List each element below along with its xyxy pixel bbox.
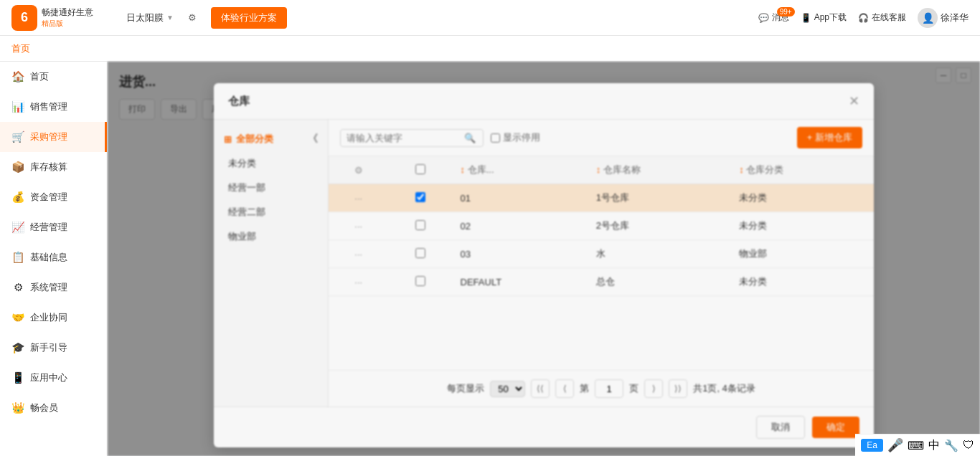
- mic-icon[interactable]: 🎤: [887, 437, 903, 453]
- show-disabled-checkbox[interactable]: [491, 133, 500, 143]
- modal-body: ⊞ 全部分类 《 未分类 经营一部 经营二部 物业部: [214, 120, 874, 407]
- table-row[interactable]: ··· 02 2号仓库 未分类: [329, 212, 874, 240]
- sales-icon: 📊: [11, 100, 24, 113]
- sort-icon-cat: ↕: [739, 164, 744, 175]
- sort-icon-code: ↕: [461, 164, 466, 175]
- row-code-0: 01: [452, 184, 588, 212]
- category-item-dept2[interactable]: 经营二部: [214, 200, 328, 224]
- row-gear-0: ···: [329, 184, 388, 212]
- ea-label: Ea: [861, 439, 883, 452]
- prev-page-button[interactable]: ⟨: [555, 379, 574, 398]
- row-cb-1: [388, 212, 451, 240]
- col-gear: ⚙: [329, 156, 388, 184]
- logo-text: 畅捷通好生意 精品版: [42, 7, 93, 28]
- sidebar-item-inventory[interactable]: 📦 库存核算: [0, 152, 107, 182]
- app-download-btn[interactable]: 📱 App下载: [801, 11, 847, 24]
- cancel-button[interactable]: 取消: [756, 416, 805, 439]
- row-name-1: 2号仓库: [588, 212, 731, 240]
- sub-header: 首页: [0, 36, 980, 62]
- finance-icon: 💰: [11, 191, 24, 204]
- per-page-select[interactable]: 50: [490, 381, 525, 397]
- shield-icon[interactable]: 🛡: [963, 439, 974, 452]
- sidebar-item-system[interactable]: ⚙ 系统管理: [0, 272, 107, 303]
- next-page-button[interactable]: ⟩: [644, 379, 663, 398]
- sidebar: 🏠 首页 📊 销售管理 🛒 采购管理 📦 库存核算 💰 资金管理 📈 经营管理 …: [0, 62, 108, 456]
- translate-icon[interactable]: 中: [928, 438, 940, 453]
- apps-icon: 📱: [11, 371, 24, 384]
- sidebar-item-home[interactable]: 🏠 首页: [0, 62, 107, 92]
- row-name-2: 水: [588, 240, 731, 268]
- table-row[interactable]: ··· 01 1号仓库 未分类: [329, 184, 874, 212]
- category-sidebar: ⊞ 全部分类 《 未分类 经营一部 经营二部 物业部: [214, 120, 329, 407]
- show-disabled-label[interactable]: 显示停用: [491, 131, 540, 144]
- pagination: 每页显示 50 ⟨⟨ ⟨ 第 页 ⟩ ⟩⟩ 共1页, 4条记录: [329, 370, 874, 407]
- sidebar-item-apps[interactable]: 📱 应用中心: [0, 363, 107, 393]
- table-row[interactable]: ··· 03 水 物业部: [329, 240, 874, 268]
- message-btn[interactable]: 💬 消息 99+: [758, 11, 789, 24]
- category-item-unclassified[interactable]: 未分类: [214, 151, 328, 176]
- sidebar-item-sales[interactable]: 📊 销售管理: [0, 92, 107, 122]
- row-checkbox-2[interactable]: [415, 248, 425, 258]
- row-category-0: 未分类: [730, 184, 874, 212]
- category-item-property[interactable]: 物业部: [214, 224, 328, 249]
- sidebar-item-operations[interactable]: 📈 经营管理: [0, 212, 107, 242]
- first-page-button[interactable]: ⟨⟨: [531, 379, 550, 398]
- settings-icon[interactable]: ⚙: [182, 8, 202, 28]
- taskbar: Ea 🎤 ⌨ 中 🔧 🛡: [855, 434, 980, 456]
- search-input[interactable]: [347, 133, 461, 143]
- select-all-checkbox[interactable]: [415, 164, 425, 174]
- dropdown-arrow-icon: ▼: [166, 14, 174, 22]
- table-container: ⚙ ↕ 仓库... ↕ 仓库名称: [329, 156, 874, 370]
- basic-info-icon: 📋: [11, 251, 24, 264]
- category-item-dept1[interactable]: 经营一部: [214, 176, 328, 200]
- modal-title: 仓库: [228, 95, 250, 108]
- logo-area: 6 畅捷通好生意 精品版: [11, 5, 119, 31]
- row-cb-0: [388, 184, 451, 212]
- last-page-button[interactable]: ⟩⟩: [669, 379, 687, 398]
- sidebar-item-basic-info[interactable]: 📋 基础信息: [0, 242, 107, 272]
- online-service-btn[interactable]: 🎧 在线客服: [858, 11, 906, 24]
- row-category-1: 未分类: [730, 212, 874, 240]
- row-name-3: 总仓: [588, 268, 731, 296]
- row-code-3: DEFAULT: [452, 268, 588, 296]
- header-right: 💬 消息 99+ 📱 App下载 🎧 在线客服 👤 徐泽华: [758, 8, 969, 28]
- row-checkbox-3[interactable]: [415, 276, 425, 286]
- sort-icon-name: ↕: [596, 164, 601, 175]
- trial-button[interactable]: 体验行业方案: [211, 7, 287, 29]
- row-category-3: 未分类: [730, 268, 874, 296]
- logo-icon: 6: [11, 5, 37, 31]
- modal-close-button[interactable]: ✕: [849, 93, 859, 109]
- col-name: ↕ 仓库名称: [588, 156, 731, 184]
- top-header: 6 畅捷通好生意 精品版 日太阳膜 ▼ ⚙ 体验行业方案 💬 消息 99+ 📱 …: [0, 0, 980, 36]
- home-icon: 🏠: [11, 70, 24, 83]
- sidebar-item-guide[interactable]: 🎓 新手引导: [0, 333, 107, 363]
- collapse-category-button[interactable]: 《: [308, 133, 318, 146]
- main-layout: 🏠 首页 📊 销售管理 🛒 采购管理 📦 库存核算 💰 资金管理 📈 经营管理 …: [0, 62, 980, 456]
- enterprise-icon: 🤝: [11, 311, 24, 324]
- page-number-input[interactable]: [595, 379, 623, 398]
- table-header-row: ⚙ ↕ 仓库... ↕ 仓库名称: [329, 156, 874, 184]
- all-categories-item[interactable]: ⊞ 全部分类 《: [214, 127, 328, 151]
- vip-icon: 👑: [11, 402, 24, 414]
- search-icon[interactable]: 🔍: [464, 133, 476, 143]
- settings-taskbar-icon[interactable]: 🔧: [944, 439, 958, 452]
- sidebar-item-finance[interactable]: 💰 资金管理: [0, 182, 107, 212]
- system-icon: ⚙: [11, 281, 24, 294]
- add-warehouse-button[interactable]: + 新增仓库: [797, 127, 862, 148]
- sidebar-item-vip[interactable]: 👑 畅会员: [0, 393, 107, 423]
- sidebar-item-purchase[interactable]: 🛒 采购管理: [0, 122, 107, 152]
- user-menu[interactable]: 👤 徐泽华: [918, 8, 969, 28]
- sidebar-item-enterprise[interactable]: 🤝 企业协同: [0, 303, 107, 333]
- inventory-icon: 📦: [11, 161, 24, 174]
- purchase-icon: 🛒: [11, 130, 24, 143]
- headset-icon: 🎧: [858, 13, 869, 23]
- table-row[interactable]: ··· DEFAULT 总仓 未分类: [329, 268, 874, 296]
- store-select[interactable]: 日太阳膜 ▼: [126, 11, 174, 24]
- row-gear-2: ···: [329, 240, 388, 268]
- row-checkbox-0[interactable]: [415, 192, 425, 202]
- row-name-0: 1号仓库: [588, 184, 731, 212]
- confirm-button[interactable]: 确定: [812, 417, 859, 438]
- keyboard-icon[interactable]: ⌨: [908, 439, 924, 452]
- row-checkbox-1[interactable]: [415, 220, 425, 230]
- guide-icon: 🎓: [11, 341, 24, 354]
